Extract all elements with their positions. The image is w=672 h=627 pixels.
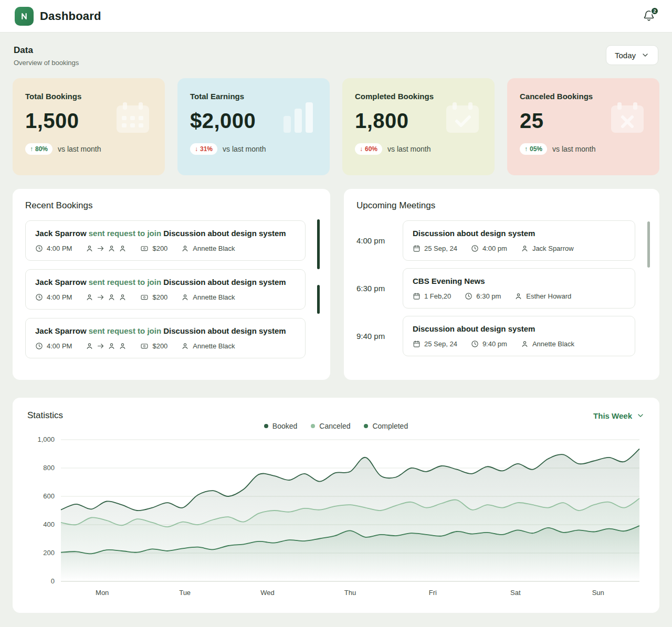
arrow-right-icon [97, 293, 104, 301]
svg-text:200: 200 [43, 549, 55, 557]
svg-text:Sat: Sat [510, 589, 521, 597]
recent-bookings-scrollbar[interactable] [317, 219, 320, 269]
person-icon [514, 292, 522, 300]
stat-card-total-bookings: Total Bookings 1,500 ↑80% vs last month [13, 78, 165, 175]
week-range-label: This Week [593, 411, 632, 420]
booking-list-item[interactable]: Jack Sparrow sent request to join Discus… [25, 318, 306, 358]
meeting-date: 1 Feb,20 [413, 292, 451, 300]
svg-text:800: 800 [43, 464, 55, 472]
booking-amount: $200 [140, 245, 167, 252]
stat-card-total-earnings: Total Earnings $2,000 ↓31% vs last month [177, 78, 330, 175]
clock-icon [35, 342, 43, 350]
date-range-dropdown[interactable]: Today [606, 45, 658, 65]
date-range-label: Today [615, 51, 636, 60]
person-icon [108, 245, 116, 252]
svg-text:Mon: Mon [96, 589, 109, 597]
meeting-slot-time: 4:00 pm [356, 236, 403, 245]
section-title: Data [14, 45, 79, 56]
person-icon [521, 245, 529, 252]
person-icon [181, 293, 189, 301]
legend-item-completed: Completed [364, 422, 408, 430]
person-icon [86, 293, 93, 301]
meeting-date: 25 Sep, 24 [413, 245, 457, 252]
meeting-card[interactable]: Discussion about design system 25 Sep, 2… [403, 316, 635, 356]
bar-chart-icon [281, 101, 316, 136]
svg-text:400: 400 [43, 520, 55, 528]
stat-label: Completed Bookings [355, 92, 482, 101]
trend-badge: ↑80% [25, 143, 52, 155]
calendar-icon [413, 340, 421, 348]
upcoming-meetings-panel: Upcoming Meetings 4:00 pm Discussion abo… [344, 189, 659, 380]
meeting-card[interactable]: Discussion about design system 25 Sep, 2… [403, 220, 635, 261]
meeting-time: 9:40 pm [471, 340, 507, 348]
person-icon [119, 293, 127, 301]
section-subtitle: Overview of bookings [14, 59, 79, 67]
week-range-dropdown[interactable]: This Week [593, 411, 645, 420]
trend-arrow-icon: ↑ [524, 145, 528, 153]
svg-text:Fri: Fri [429, 589, 437, 597]
meeting-title: CBS Evening News [413, 277, 625, 285]
clock-icon [465, 292, 472, 300]
notifications-button[interactable]: 2 [643, 9, 657, 24]
stat-cards: Total Bookings 1,500 ↑80% vs last month [13, 78, 659, 175]
calendar-x-icon [609, 101, 646, 136]
booking-owner: Annette Black [181, 342, 235, 350]
legend-dot [364, 424, 368, 428]
booking-time: 4:00 PM [35, 293, 72, 301]
person-icon [119, 342, 127, 350]
stat-card-canceled-bookings: Canceled Bookings 25 ↑05% vs last month [507, 78, 659, 175]
booking-time: 4:00 PM [35, 245, 72, 252]
booking-list-item[interactable]: Jack Sparrow sent request to join Discus… [25, 220, 306, 261]
person-icon [181, 342, 189, 350]
meeting-person: Annette Black [521, 340, 574, 348]
arrow-right-icon [97, 342, 104, 350]
payment-icon [140, 293, 149, 301]
meeting-card[interactable]: CBS Evening News 1 Feb,20 6:30 pm Est [403, 268, 635, 309]
meeting-time: 4:00 pm [471, 245, 507, 252]
meeting-person: Jack Sparrow [521, 245, 574, 252]
top-bar: Dashboard 2 [0, 0, 672, 33]
stat-note: vs last month [223, 145, 266, 153]
trend-arrow-icon: ↓ [360, 145, 363, 153]
chevron-down-icon [636, 411, 645, 420]
meeting-time: 6:30 pm [465, 292, 501, 300]
clock-icon [35, 245, 43, 252]
page-title: Dashboard [40, 9, 101, 23]
booking-owner: Annette Black [181, 293, 235, 301]
legend-item-booked: Booked [264, 422, 297, 430]
meeting-slot-time: 9:40 pm [356, 332, 403, 341]
recent-bookings-scrollbar[interactable] [317, 285, 320, 314]
calendar-icon [413, 245, 421, 252]
payment-icon [140, 245, 149, 252]
stat-label: Total Earnings [190, 92, 317, 101]
meeting-person: Esther Howard [514, 292, 571, 300]
person-icon [86, 342, 93, 350]
calendar-icon [114, 101, 151, 136]
person-icon [181, 245, 189, 252]
person-icon [108, 293, 116, 301]
svg-text:Thu: Thu [344, 589, 356, 597]
stat-note: vs last month [58, 145, 101, 153]
brand: Dashboard [15, 7, 101, 26]
clock-icon [35, 293, 43, 301]
person-icon [108, 342, 116, 350]
clock-icon [471, 245, 479, 252]
upcoming-meetings-scrollbar[interactable] [647, 221, 650, 268]
legend-dot [264, 424, 268, 428]
meeting-title: Discussion about design system [413, 324, 625, 333]
trend-arrow-icon: ↓ [195, 145, 198, 153]
svg-text:0: 0 [51, 577, 55, 585]
booking-title: Jack Sparrow sent request to join Discus… [35, 278, 296, 286]
trend-badge: ↓60% [355, 143, 382, 155]
recent-bookings-panel: Recent Bookings Jack Sparrow sent reques… [13, 189, 330, 380]
statistics-line-chart: 02004006008001,000MonTueWedThuFriSatSun [27, 434, 645, 602]
meeting-title: Discussion about design system [413, 229, 625, 238]
upcoming-meetings-title: Upcoming Meetings [356, 200, 647, 211]
stat-label: Canceled Bookings [520, 92, 647, 101]
booking-amount: $200 [140, 293, 167, 301]
calendar-icon [413, 292, 421, 300]
stat-note: vs last month [387, 145, 430, 153]
booking-list-item[interactable]: Jack Sparrow sent request to join Discus… [25, 269, 306, 310]
app-logo-icon [15, 7, 34, 26]
svg-text:600: 600 [43, 492, 55, 500]
